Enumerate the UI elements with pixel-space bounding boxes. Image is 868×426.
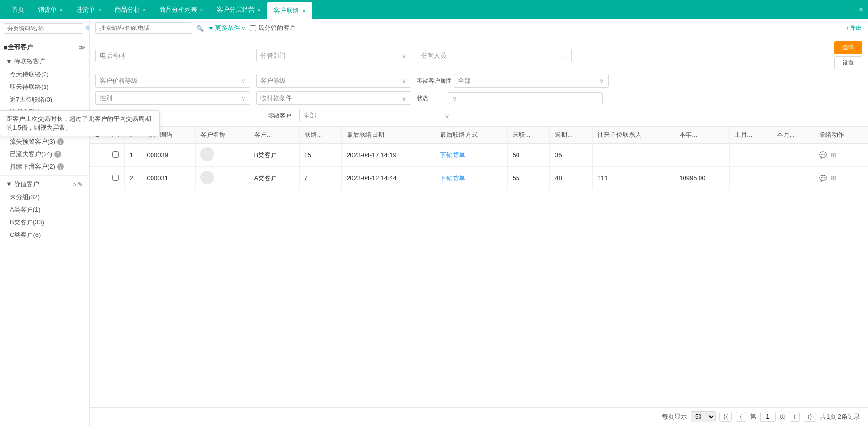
- close-purchase-tab[interactable]: ×: [98, 7, 101, 13]
- nav-tab-customer-contact[interactable]: 客户联络 ×: [267, 2, 312, 19]
- nav-tab-customer-mgmt[interactable]: 客户分层经营 ×: [210, 0, 267, 19]
- col-overdue[interactable]: 逾期...: [550, 127, 593, 144]
- row-customer-type: A类客户: [249, 167, 299, 190]
- col-this-month[interactable]: 本月...: [772, 127, 814, 144]
- col-unread[interactable]: 未联...: [507, 127, 550, 144]
- person-caret-icon: …: [561, 52, 567, 59]
- col-customer-type[interactable]: 客户...: [249, 127, 299, 144]
- query-button[interactable]: 查询: [834, 41, 862, 54]
- sidebar-item-churned[interactable]: 已流失客户(24) ?: [0, 148, 89, 161]
- sidebar-item-class-a[interactable]: A类客户(1): [0, 204, 89, 216]
- search-input[interactable]: [95, 22, 192, 34]
- filter-payment[interactable]: 收付款条件 ∨: [256, 91, 411, 105]
- filter-department[interactable]: 分管部门 ∨: [256, 49, 411, 62]
- filter-retail-attr[interactable]: 全部 ∨: [454, 74, 609, 88]
- sidebar-search-icon[interactable]: 🔍: [85, 25, 90, 32]
- value-group-edit-icon[interactable]: ✎: [78, 181, 83, 188]
- sidebar-item-class-c[interactable]: C类客户(6): [0, 229, 89, 241]
- last-page-button[interactable]: ⟩⟩: [804, 412, 816, 422]
- row-this-month: [772, 167, 814, 190]
- filter-retail-customer[interactable]: 全部 ∨: [299, 109, 454, 122]
- filter-status[interactable]: ∨: [448, 92, 603, 104]
- filter-phone[interactable]: 电话号码: [95, 49, 250, 62]
- sidebar-item-declining[interactable]: 持续下滑客户(2) ?: [0, 161, 89, 173]
- sidebar-item-ungrouped[interactable]: 未分组(32): [0, 191, 89, 204]
- close-sales-tab[interactable]: ×: [60, 7, 62, 13]
- row-unit-contact: [592, 144, 674, 167]
- col-last-month[interactable]: 上月...: [730, 127, 772, 144]
- tooltip-repurchase: 距客户上次交易时长，超过了此客户的平均交易周期的1.5倍，则视为异常。: [0, 110, 160, 136]
- sidebar-item-7days[interactable]: 近7天待联络(0): [0, 93, 89, 106]
- filter-row-2: 客户价格等级 ∨ 客户等级 ∨ 零散客户属性 全部 ∨: [95, 74, 862, 88]
- nav-tab-purchase[interactable]: 进货单 ×: [69, 0, 107, 19]
- filter-row-3: 性别 ∨ 收付款条件 ∨ 状态 ∨: [95, 91, 862, 105]
- row-last-month: [730, 167, 772, 190]
- row-settings-cell: [90, 167, 107, 190]
- row-last-contact-method[interactable]: 下销货单: [435, 144, 507, 167]
- col-this-year[interactable]: 本年...: [674, 127, 730, 144]
- sidebar-item-churn-warning[interactable]: 流失预警客户(3) ?: [0, 135, 89, 148]
- more-conditions-button[interactable]: ▼ 更多条件 ∨: [208, 24, 246, 32]
- data-table-area: ⚙ # 客户编码 客户名称 客户... 联络... 最后联络日期 最后联络方式 …: [90, 127, 868, 407]
- nav-tab-sales[interactable]: 销货单 ×: [31, 0, 69, 19]
- row-last-contact-method[interactable]: 下销货单: [435, 167, 507, 190]
- row-checkbox[interactable]: [112, 175, 119, 181]
- first-page-button[interactable]: ⟨⟨: [719, 412, 732, 422]
- next-page-button[interactable]: ⟩: [790, 412, 800, 422]
- info-icon-churn: ?: [57, 138, 64, 145]
- row-unread: 55: [507, 167, 550, 190]
- row-last-contact-date: 2023-04-17 14:19:: [342, 144, 435, 167]
- sidebar-item-class-b[interactable]: B类客户(33): [0, 216, 89, 229]
- row-overdue: 48: [550, 167, 593, 190]
- nav-tab-analysis-list[interactable]: 商品分析列表 ×: [152, 0, 210, 19]
- value-group-add-icon[interactable]: ○: [72, 181, 76, 188]
- search-button[interactable]: 🔍: [196, 25, 204, 32]
- filter-person[interactable]: 分管人员 …: [417, 49, 572, 62]
- col-last-contact-method[interactable]: 最后联络方式: [435, 127, 507, 144]
- settings-button[interactable]: 设置: [834, 56, 862, 70]
- main-container: 🔍 ■ 全部客户 ≫ ▼ 待联络客户 今天待联络(0) 明天待联络(1) 近7天…: [0, 19, 868, 426]
- sidebar-collapse-icon[interactable]: ≫: [78, 44, 85, 51]
- my-customer-checkbox[interactable]: [250, 25, 256, 31]
- close-analysis-tab[interactable]: ×: [143, 7, 146, 13]
- sidebar-search-input[interactable]: [4, 23, 83, 34]
- table-row: 2 000031 A类客户 7 2023-04-12 14:44: 下销货单 5…: [90, 167, 868, 190]
- filter-price-level[interactable]: 客户价格等级 ∨: [95, 74, 250, 88]
- nav-tab-analysis[interactable]: 商品分析 ×: [108, 0, 152, 19]
- col-name[interactable]: 客户名称: [196, 127, 249, 144]
- table-row: 1 000039 B类客户 15 2023-04-17 14:19: 下销货单 …: [90, 144, 868, 167]
- col-unit-contact[interactable]: 往来单位联系人: [592, 127, 674, 144]
- row-index: 1: [124, 144, 142, 167]
- sidebar-item-tomorrow[interactable]: 明天待联络(1): [0, 81, 89, 93]
- close-customer-mgmt-tab[interactable]: ×: [258, 7, 260, 13]
- prev-page-button[interactable]: ⟨: [736, 412, 746, 422]
- action-chat-icon[interactable]: 💬: [819, 151, 827, 159]
- department-caret-icon: ∨: [402, 52, 407, 59]
- sidebar-item-today[interactable]: 今天待联络(0): [0, 68, 89, 81]
- action-more-icon[interactable]: ⊞: [831, 175, 836, 182]
- filter-gender[interactable]: 性别 ∨: [95, 91, 250, 105]
- row-checkbox[interactable]: [112, 151, 119, 158]
- row-name: [196, 167, 249, 190]
- window-close-button[interactable]: ×: [859, 5, 863, 14]
- row-settings-cell: [90, 144, 107, 167]
- close-analysis-list-tab[interactable]: ×: [200, 7, 203, 13]
- action-chat-icon[interactable]: 💬: [819, 175, 827, 182]
- sidebar-group-value[interactable]: ▼价值客户 ○ ✎: [0, 177, 89, 191]
- nav-tab-home[interactable]: 首页: [5, 0, 31, 19]
- table-header-row: ⚙ # 客户编码 客户名称 客户... 联络... 最后联络日期 最后联络方式 …: [90, 127, 868, 144]
- sidebar-all-customers[interactable]: ■ 全部客户 ≫: [0, 40, 89, 55]
- per-page-select[interactable]: 50 100 200: [691, 411, 716, 422]
- close-customer-contact-tab[interactable]: ×: [302, 8, 305, 14]
- col-contact[interactable]: 联络...: [299, 127, 342, 144]
- col-last-contact-date[interactable]: 最后联络日期: [342, 127, 435, 144]
- filter-customer-level[interactable]: 客户等级 ∨: [256, 74, 411, 88]
- export-button[interactable]: ↑ 导出: [846, 24, 862, 32]
- row-code: 000031: [142, 167, 196, 190]
- page-number-input[interactable]: [760, 412, 776, 422]
- top-navbar: 首页 销货单 × 进货单 × 商品分析 × 商品分析列表 × 客户分层经营 × …: [0, 0, 868, 19]
- action-more-icon[interactable]: ⊞: [831, 151, 836, 159]
- sidebar-group-pending[interactable]: ▼ 待联络客户: [0, 55, 89, 68]
- row-this-month: [772, 144, 814, 167]
- action-buttons: 查询 设置: [834, 41, 862, 70]
